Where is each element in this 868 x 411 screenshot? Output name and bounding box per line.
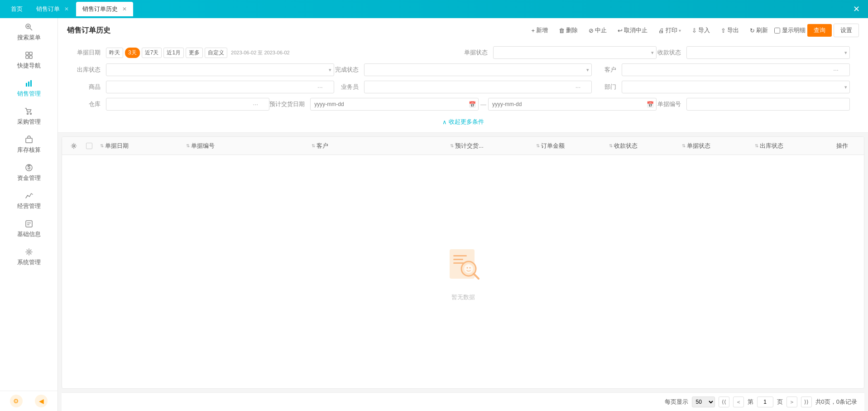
show-detail-checkbox[interactable]	[774, 28, 780, 34]
th-order-status[interactable]: ⇅ 单据状态	[678, 142, 751, 150]
dept-select[interactable]	[622, 81, 850, 93]
page-number-input[interactable]	[757, 396, 773, 407]
date-btn-custom[interactable]: 自定义	[205, 48, 227, 58]
sidebar-item-finance-label: 资金管理	[17, 174, 41, 182]
print-button[interactable]: 🖨 打印 ▾	[654, 24, 686, 37]
sidebar-item-sales-mgmt[interactable]: 销售管理	[0, 74, 58, 102]
top-bar: 首页 销售订单 ✕ 销售订单历史 ✕ ✕	[0, 0, 868, 18]
collapse-more-label: 收起更多条件	[449, 118, 484, 126]
warehouse-input[interactable]: ···	[106, 98, 269, 111]
tab-sales-order-history-close[interactable]: ✕	[122, 6, 127, 12]
th-delivery-label: 预计交货...	[455, 142, 484, 150]
collapse-more-btn[interactable]: ∧ 收起更多条件	[76, 115, 850, 128]
delivery-date-start-input[interactable]	[310, 98, 479, 111]
th-date[interactable]: ⇅ 单据日期	[96, 142, 182, 150]
date-btn-today[interactable]: 昨天	[106, 48, 123, 58]
page-title-row: 销售订单历史 + 新增 🗑 删除 ⊘ 中止 ↩	[67, 24, 859, 37]
sidebar-item-inventory-label: 库存核算	[17, 146, 41, 154]
query-button[interactable]: 查询	[807, 24, 832, 37]
salesperson-input[interactable]: ···	[364, 81, 592, 93]
inventory-icon	[24, 135, 34, 144]
complete-status-select[interactable]	[364, 63, 592, 76]
filter-date: 单据日期 昨天 3天 近7天 近1月 更多 自定义 2023-06-02 至 2…	[76, 48, 463, 58]
svg-point-18	[28, 251, 30, 253]
tab-home[interactable]: 首页	[5, 2, 29, 16]
page-last-btn[interactable]: ⟩⟩	[801, 396, 812, 407]
window-close-button[interactable]: ✕	[849, 4, 863, 14]
tab-sales-order-label: 销售订单	[36, 5, 60, 13]
sidebar-item-search-menu[interactable]: 搜索菜单	[0, 18, 58, 46]
date-btn-1month[interactable]: 近1月	[163, 48, 184, 58]
th-recv-status[interactable]: ⇅ 收款状态	[605, 142, 678, 150]
page-first-btn[interactable]: ⟨⟨	[719, 396, 729, 407]
sidebar-item-operations[interactable]: 经营管理	[0, 187, 58, 215]
tab-sales-order-close[interactable]: ✕	[64, 6, 69, 12]
th-sn-label: 单据编号	[191, 142, 215, 150]
order-no-label: 单据编号	[657, 100, 684, 108]
svg-rect-6	[26, 56, 29, 58]
order-status-select[interactable]	[493, 46, 657, 59]
search-menu-icon	[24, 23, 34, 32]
svg-rect-21	[453, 255, 467, 256]
cancel-stop-icon: ↩	[618, 27, 623, 34]
table-body-empty: 暂无数据	[62, 155, 864, 388]
delivery-date-label: 预计交货日期	[269, 100, 307, 108]
date-btn-7days[interactable]: 近7天	[142, 48, 162, 58]
th-out-status[interactable]: ⇅ 出库状态	[751, 142, 824, 150]
toolbar: + 新增 🗑 删除 ⊘ 中止 ↩ 取消中止	[527, 24, 859, 37]
sidebar-item-finance[interactable]: 资金管理	[0, 159, 58, 187]
sidebar-bottom: ⚙ ◀	[0, 391, 58, 411]
th-delivery[interactable]: ⇅ 预计交货...	[446, 142, 532, 150]
tab-sales-order-history[interactable]: 销售订单历史 ✕	[76, 2, 133, 16]
sidebar-item-operations-label: 经营管理	[17, 202, 41, 210]
recv-status-select[interactable]	[686, 46, 850, 59]
dept-label: 部门	[592, 83, 619, 91]
settings-button[interactable]: 设置	[834, 24, 859, 37]
page-size-select[interactable]: 50 10 20 100	[692, 396, 715, 407]
sort-amount-icon: ⇅	[536, 143, 540, 148]
order-no-input[interactable]	[686, 98, 850, 111]
stop-button[interactable]: ⊘ 中止	[584, 24, 611, 37]
sidebar-collapse-btn[interactable]: ◀	[35, 395, 48, 407]
page-next-btn[interactable]: ＞	[786, 396, 797, 407]
th-amount[interactable]: ⇅ 订单金额	[532, 142, 605, 150]
sidebar-item-system-label: 系统管理	[17, 258, 41, 266]
export-button[interactable]: ⇧ 导出	[716, 24, 743, 37]
sidebar-item-quick-nav[interactable]: 快捷导航	[0, 46, 58, 74]
date-btn-3days[interactable]: 3天	[125, 48, 140, 58]
refresh-button[interactable]: ↻ 刷新	[745, 24, 772, 37]
out-status-select[interactable]	[106, 63, 334, 76]
th-checkbox[interactable]	[82, 143, 96, 149]
delivery-date-end-input[interactable]	[488, 98, 657, 111]
header-checkbox[interactable]	[86, 143, 92, 149]
new-button[interactable]: + 新增	[527, 24, 552, 37]
sidebar-item-purchase-mgmt-label: 采购管理	[17, 118, 41, 126]
order-status-label: 单据状态	[463, 48, 490, 57]
sidebar-item-basic-info[interactable]: 基础信息	[0, 215, 58, 243]
cancel-stop-button[interactable]: ↩ 取消中止	[613, 24, 652, 37]
salesperson-dots-icon: ···	[575, 83, 581, 91]
goods-label: 商品	[76, 83, 103, 91]
sidebar-item-system[interactable]: 系统管理	[0, 243, 58, 271]
date-btn-more[interactable]: 更多	[186, 48, 203, 58]
th-settings[interactable]	[66, 143, 82, 149]
th-customer[interactable]: ⇅ 客户	[308, 142, 446, 150]
customer-input[interactable]: ···	[622, 63, 850, 76]
out-status-select-wrapper	[106, 63, 334, 76]
pagination: 每页显示 50 10 20 100 ⟨⟨ ＜ 第 页 ＞ ⟩⟩ 共0页，0条记录	[62, 392, 864, 411]
delivery-date-end-wrapper: 📅	[488, 98, 657, 111]
delivery-date-group: 📅 — 📅	[310, 98, 657, 111]
sort-recv-status-icon: ⇅	[609, 143, 613, 148]
svg-point-28	[469, 267, 470, 268]
sidebar-item-purchase-mgmt[interactable]: 采购管理	[0, 102, 58, 131]
show-detail-checkbox-wrapper[interactable]: 显示明细	[774, 26, 806, 34]
import-button[interactable]: ⇩ 导入	[687, 24, 715, 37]
page-prev-btn[interactable]: ＜	[733, 396, 744, 407]
print-dropdown-icon: ▾	[679, 28, 681, 33]
th-sn[interactable]: ⇅ 单据编号	[182, 142, 308, 150]
delete-button[interactable]: 🗑 删除	[554, 24, 582, 37]
sidebar-settings-btn[interactable]: ⚙	[10, 395, 23, 407]
sidebar-item-inventory[interactable]: 库存核算	[0, 131, 58, 159]
goods-input[interactable]: ···	[106, 81, 334, 93]
tab-sales-order[interactable]: 销售订单 ✕	[30, 2, 75, 16]
